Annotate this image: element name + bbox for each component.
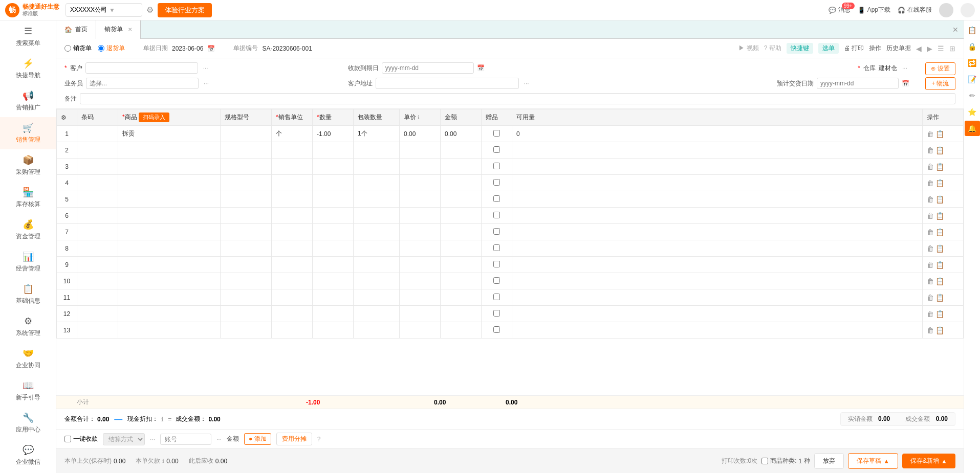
one-click-payment-checkbox[interactable] — [64, 436, 71, 442]
payment-due-calendar-icon[interactable]: 📅 — [477, 64, 485, 72]
amount-8[interactable] — [441, 240, 482, 257]
gift-checkbox-13[interactable] — [493, 326, 500, 333]
tab-close-all[interactable]: ✕ — [952, 26, 964, 34]
gift-2[interactable] — [482, 142, 512, 159]
right-panel-clipboard[interactable]: 📋 — [965, 22, 980, 38]
product-6[interactable] — [118, 208, 221, 224]
amount-2[interactable] — [441, 142, 482, 159]
qty-5[interactable] — [313, 191, 354, 208]
unit-price-2[interactable] — [400, 142, 441, 159]
gift-checkbox-7[interactable] — [493, 228, 500, 235]
save-new-button[interactable]: 保存&新增 ▲ — [902, 454, 955, 468]
product-9[interactable] — [118, 257, 221, 273]
product-10[interactable] — [118, 273, 221, 289]
spec-10[interactable] — [221, 273, 272, 289]
right-panel-note[interactable]: 📝 — [965, 72, 980, 87]
gift-checkbox-6[interactable] — [493, 212, 500, 218]
amount-1[interactable]: 0.00 — [441, 126, 482, 142]
nav-next-icon[interactable]: ▶ — [927, 44, 932, 53]
barcode-7[interactable] — [77, 224, 118, 240]
product-11[interactable] — [118, 289, 221, 306]
radio-return[interactable]: 退货单 — [98, 44, 125, 53]
barcode-2[interactable] — [77, 142, 118, 159]
delete-btn-3[interactable]: 🗑 — [927, 163, 934, 171]
gift-12[interactable] — [482, 306, 512, 322]
delete-btn-2[interactable]: 🗑 — [927, 146, 934, 154]
gift-5[interactable] — [482, 191, 512, 208]
gift-checkbox-3[interactable] — [493, 163, 500, 169]
sidebar-item-inventory[interactable]: 🏪 库存核算 — [0, 182, 56, 214]
amount-3[interactable] — [441, 159, 482, 175]
unit-price-10[interactable] — [400, 273, 441, 289]
delete-btn-6[interactable]: 🗑 — [927, 212, 934, 220]
unit-9[interactable] — [272, 257, 313, 273]
unit-price-4[interactable] — [400, 175, 441, 191]
nav-prev-icon[interactable]: ◀ — [916, 44, 922, 53]
delete-btn-13[interactable]: 🗑 — [927, 326, 934, 334]
right-panel-pencil[interactable]: ✏ — [965, 88, 980, 103]
settlement-dots[interactable]: ··· — [150, 436, 155, 443]
unit-11[interactable] — [272, 289, 313, 306]
qty-9[interactable] — [313, 257, 354, 273]
barcode-11[interactable] — [77, 289, 118, 306]
warehouse-dots[interactable]: ··· — [900, 64, 909, 72]
tab-home[interactable]: 🏠 首页 — [56, 20, 96, 39]
history-action[interactable]: 历史单据 — [886, 44, 911, 53]
gift-9[interactable] — [482, 257, 512, 273]
unit-price-3[interactable] — [400, 159, 441, 175]
qty-10[interactable] — [313, 273, 354, 289]
sidebar-item-finance[interactable]: 💰 资金管理 — [0, 214, 56, 246]
barcode-1[interactable] — [77, 126, 118, 142]
company-selector[interactable]: XXXXXX公司 ▼ — [66, 3, 142, 17]
pack-qty-5[interactable] — [354, 191, 400, 208]
sidebar-item-purchase[interactable]: 📦 采购管理 — [0, 149, 56, 182]
settings-icon[interactable]: ⚙ — [146, 5, 154, 15]
radio-sales-input[interactable] — [64, 45, 71, 52]
copy-btn-10[interactable]: 📋 — [935, 277, 944, 285]
shortcut-action[interactable]: 快捷键 — [787, 43, 813, 54]
barcode-13[interactable] — [77, 322, 118, 339]
spec-13[interactable] — [221, 322, 272, 339]
payment-help-icon[interactable]: ? — [317, 436, 321, 443]
sidebar-item-quicknav[interactable]: ⚡ 快捷导航 — [0, 53, 56, 85]
unit-6[interactable] — [272, 208, 313, 224]
qty-6[interactable] — [313, 208, 354, 224]
qty-8[interactable] — [313, 240, 354, 257]
qty-11[interactable] — [313, 289, 354, 306]
pack-qty-9[interactable] — [354, 257, 400, 273]
right-panel-bell[interactable]: 🔔 — [965, 121, 980, 136]
spec-3[interactable] — [221, 159, 272, 175]
spec-8[interactable] — [221, 240, 272, 257]
unit-price-7[interactable] — [400, 224, 441, 240]
unit-price-11[interactable] — [400, 289, 441, 306]
amount-7[interactable] — [441, 224, 482, 240]
unit-12[interactable] — [272, 306, 313, 322]
product-4[interactable] — [118, 175, 221, 191]
unit-price-8[interactable] — [400, 240, 441, 257]
sidebar-item-enterprise[interactable]: 🤝 企业协同 — [0, 343, 56, 375]
delete-btn-10[interactable]: 🗑 — [927, 277, 934, 285]
gift-8[interactable] — [482, 240, 512, 257]
spec-1[interactable] — [221, 126, 272, 142]
calendar-icon[interactable]: 📅 — [207, 45, 215, 52]
unit-price-5[interactable] — [400, 191, 441, 208]
amount-6[interactable] — [441, 208, 482, 224]
pack-qty-2[interactable] — [354, 142, 400, 159]
save-draft-button[interactable]: 保存草稿 ▲ — [848, 453, 898, 469]
th-settings[interactable]: ⚙ — [57, 109, 77, 126]
spec-5[interactable] — [221, 191, 272, 208]
logistics-button[interactable]: + 物流 — [925, 77, 955, 90]
barcode-9[interactable] — [77, 257, 118, 273]
video-action[interactable]: ▶ 视频 — [738, 44, 758, 53]
copy-btn-13[interactable]: 📋 — [935, 326, 944, 334]
choose-action[interactable]: 选单 — [818, 43, 839, 54]
delivery-input[interactable] — [817, 78, 899, 89]
amount-9[interactable] — [441, 257, 482, 273]
dropdown-arrow-icon[interactable]: ▲ — [883, 458, 889, 465]
copy-btn-7[interactable]: 📋 — [935, 228, 944, 236]
barcode-12[interactable] — [77, 306, 118, 322]
product-3[interactable] — [118, 159, 221, 175]
qty-1[interactable]: -1.00 — [313, 126, 354, 142]
unit-1[interactable]: 个 — [272, 126, 313, 142]
copy-btn-6[interactable]: 📋 — [935, 212, 944, 220]
